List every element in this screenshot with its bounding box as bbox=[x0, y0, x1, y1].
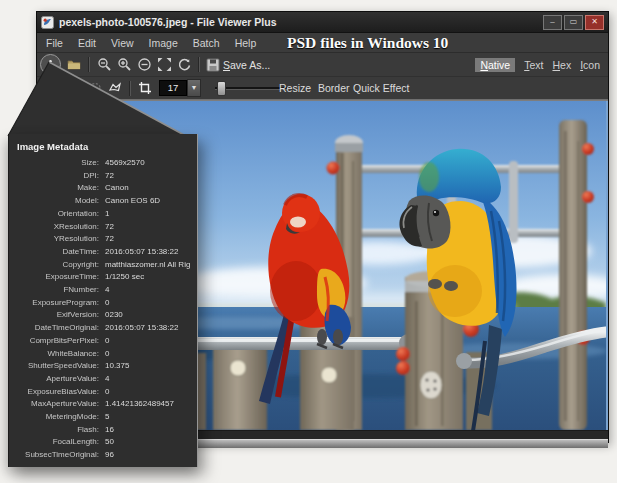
metadata-value: 2016:05:07 15:38:22 bbox=[105, 322, 190, 335]
info-button[interactable] bbox=[40, 54, 61, 75]
metadata-row: DateTime: 2016:05:07 15:38:22 bbox=[15, 246, 190, 259]
metadata-row: ComprBitsPerPixel: 0 bbox=[15, 335, 190, 348]
toolbar-separator bbox=[198, 57, 200, 72]
metadata-row: WhiteBalance: 0 bbox=[15, 348, 190, 361]
metadata-value: 2016:05:07 15:38:22 bbox=[105, 246, 190, 259]
metadata-row: Copyright: matthiaszomer.nl All Rights R… bbox=[15, 259, 190, 272]
metadata-label: ComprBitsPerPixel: bbox=[15, 335, 99, 348]
metadata-label: MaxApertureValue: bbox=[15, 398, 99, 411]
metadata-value: 5 bbox=[105, 411, 190, 424]
edit-action-button[interactable]: Resize bbox=[279, 77, 311, 99]
metadata-row: Model: Canon EOS 6D bbox=[15, 195, 190, 208]
view-tab[interactable]: Icon bbox=[580, 59, 600, 71]
metadata-value: 0230 bbox=[105, 309, 190, 322]
view-tab-label: Text bbox=[524, 59, 543, 71]
metadata-value: 1/1250 sec bbox=[105, 271, 190, 284]
metadata-row: FocalLength: 50 bbox=[15, 436, 190, 449]
metadata-label: Copyright: bbox=[15, 259, 99, 272]
maximize-button[interactable]: ▭ bbox=[564, 15, 583, 30]
metadata-value: 0 bbox=[105, 386, 190, 399]
info-icon bbox=[45, 59, 56, 70]
actual-size-icon bbox=[137, 57, 152, 72]
metadata-row: Orientation: 1 bbox=[15, 208, 190, 221]
window-title: pexels-photo-100576.jpeg - File Viewer P… bbox=[59, 16, 276, 28]
metadata-label: FNumber: bbox=[15, 284, 99, 297]
desktop-background: pexels-photo-100576.jpeg - File Viewer P… bbox=[0, 0, 617, 483]
metadata-value: 16 bbox=[105, 424, 190, 437]
metadata-label: MeteringMode: bbox=[15, 411, 99, 424]
edit-action-label: Resize bbox=[279, 82, 311, 94]
metadata-rows: Size: 4569x2570 DPI: 72 Make: Canon Mode… bbox=[15, 157, 190, 462]
metadata-value: Canon EOS 6D bbox=[105, 195, 190, 208]
fit-window-icon bbox=[157, 57, 172, 72]
metadata-label: YResolution: bbox=[15, 233, 99, 246]
fit-window-button[interactable] bbox=[154, 55, 174, 74]
menu-item[interactable]: Help bbox=[235, 37, 257, 49]
metadata-label: ExposureTime: bbox=[15, 271, 99, 284]
metadata-label: ShutterSpeedValue: bbox=[15, 360, 99, 373]
toolbar-separator bbox=[88, 57, 90, 72]
metadata-row: ExposureBiasValue: 0 bbox=[15, 386, 190, 399]
metadata-label: XResolution: bbox=[15, 221, 99, 234]
metadata-value: 4 bbox=[105, 373, 190, 386]
metadata-label: FocalLength: bbox=[15, 436, 99, 449]
metadata-label: WhiteBalance: bbox=[15, 348, 99, 361]
metadata-row: ShutterSpeedValue: 10.375 bbox=[15, 360, 190, 373]
menu-item[interactable]: File bbox=[46, 37, 63, 49]
metadata-value: Canon bbox=[105, 182, 190, 195]
menu-item[interactable]: Edit bbox=[78, 37, 96, 49]
actual-size-button[interactable] bbox=[134, 55, 154, 74]
image-metadata-panel: Image Metadata Size: 4569x2570 DPI: 72 M… bbox=[8, 134, 198, 467]
metadata-label: Model: bbox=[15, 195, 99, 208]
metadata-row: YResolution: 72 bbox=[15, 233, 190, 246]
metadata-row: MaxApertureValue: 1.41421362489457 bbox=[15, 398, 190, 411]
metadata-value: 72 bbox=[105, 170, 190, 183]
metadata-value: 10.375 bbox=[105, 360, 190, 373]
rotate-button[interactable] bbox=[174, 55, 194, 74]
metadata-label: ExposureProgram: bbox=[15, 297, 99, 310]
window-controls: – ▭ ✕ bbox=[543, 15, 604, 30]
view-tab-label: Icon bbox=[580, 59, 600, 71]
metadata-row: MeteringMode: 5 bbox=[15, 411, 190, 424]
metadata-value: 72 bbox=[105, 233, 190, 246]
zoom-out-icon bbox=[97, 57, 112, 72]
view-tab[interactable]: Hex bbox=[552, 59, 571, 71]
edit-actions: ResizeBorderQuick Effect bbox=[37, 77, 608, 99]
metadata-value: 1.41421362489457 bbox=[105, 398, 190, 411]
page-caption: PSD files in Windows 10 bbox=[287, 33, 448, 52]
metadata-row: FNumber: 4 bbox=[15, 284, 190, 297]
zoom-in-button[interactable] bbox=[114, 55, 134, 74]
view-tab[interactable]: Text bbox=[524, 59, 543, 71]
metadata-row: Flash: 16 bbox=[15, 424, 190, 437]
metadata-row: ExposureTime: 1/1250 sec bbox=[15, 271, 190, 284]
metadata-label: ApertureValue: bbox=[15, 373, 99, 386]
menu-items: FileEditViewImageBatchHelp bbox=[46, 37, 256, 49]
metadata-label: ExposureBiasValue: bbox=[15, 386, 99, 399]
view-tab[interactable]: Native bbox=[475, 58, 515, 72]
metadata-row: Size: 4569x2570 bbox=[15, 157, 190, 170]
metadata-label: DateTimeOriginal: bbox=[15, 322, 99, 335]
minimize-button[interactable]: – bbox=[543, 15, 562, 30]
open-button[interactable] bbox=[64, 55, 84, 74]
zoom-in-icon bbox=[117, 57, 132, 72]
menu-item[interactable]: View bbox=[111, 37, 134, 49]
view-tab-label: Native bbox=[480, 59, 510, 71]
title-bar[interactable]: pexels-photo-100576.jpeg - File Viewer P… bbox=[37, 12, 608, 33]
metadata-label: DPI: bbox=[15, 170, 99, 183]
menu-item[interactable]: Image bbox=[149, 37, 178, 49]
metadata-row: SubsecTimeOriginal: 96 bbox=[15, 449, 190, 462]
close-button[interactable]: ✕ bbox=[585, 15, 604, 30]
edit-action-button[interactable]: Border bbox=[318, 77, 350, 99]
menu-item[interactable]: Batch bbox=[193, 37, 220, 49]
save-as-button[interactable]: Save As... bbox=[206, 58, 270, 72]
metadata-label: Size: bbox=[15, 157, 99, 170]
metadata-value: matthiaszomer.nl All Rights Res bbox=[105, 259, 190, 272]
metadata-row: ExposureProgram: 0 bbox=[15, 297, 190, 310]
edit-action-button[interactable]: Quick Effect bbox=[353, 77, 409, 99]
metadata-row: XResolution: 72 bbox=[15, 221, 190, 234]
metadata-value: 4 bbox=[105, 284, 190, 297]
metadata-label: Make: bbox=[15, 182, 99, 195]
menu-bar: FileEditViewImageBatchHelp PSD files in … bbox=[37, 33, 608, 53]
zoom-out-button[interactable] bbox=[94, 55, 114, 74]
metadata-value: 0 bbox=[105, 297, 190, 310]
